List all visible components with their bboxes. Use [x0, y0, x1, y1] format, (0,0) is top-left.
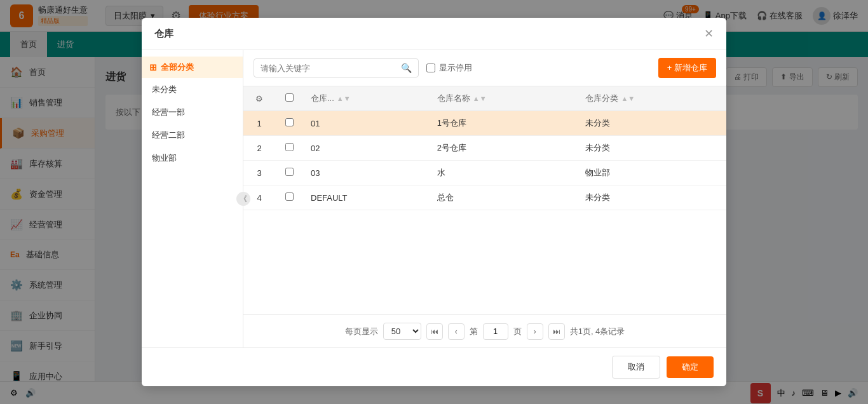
row-select-checkbox[interactable] [285, 118, 294, 126]
show-disabled-label: 显示停用 [439, 62, 472, 74]
row-index: 2 [243, 136, 275, 161]
modal-footer: 取消 确定 [142, 347, 726, 386]
modal-toolbar: 🔍 显示停用 + 新增仓库 [243, 50, 726, 86]
row-checkbox [275, 111, 303, 136]
row-name: 总仓 [430, 185, 578, 210]
row-checkbox [275, 161, 303, 185]
col-header-code: 仓库...▲▼ [303, 86, 430, 111]
row-index: 3 [243, 161, 275, 185]
table-header: ⚙ 仓库...▲▼ 仓库名称▲▼ 仓库分类▲▼ [243, 86, 726, 111]
modal-right-panel: 🔍 显示停用 + 新增仓库 ⚙ [243, 50, 726, 347]
row-code: 01 [303, 111, 430, 136]
modal-overlay: 仓库 ✕ ⊞ 全部分类 未分类 经营一部 经营二部 物业部 《 [0, 0, 868, 404]
add-warehouse-button[interactable]: + 新增仓库 [658, 58, 716, 78]
table-row[interactable]: 4 DEFAULT 总仓 未分类 [243, 185, 726, 210]
search-box: 🔍 [254, 58, 419, 77]
page-unit: 页 [513, 326, 522, 337]
search-icon: 🔍 [401, 63, 412, 73]
category-header-label: 全部分类 [161, 62, 194, 73]
table-row[interactable]: 3 03 水 物业部 [243, 161, 726, 185]
search-input[interactable] [261, 64, 397, 73]
row-select-checkbox[interactable] [285, 168, 294, 176]
modal-close-button[interactable]: ✕ [704, 27, 714, 41]
page-label: 第 [470, 326, 478, 337]
row-checkbox [275, 136, 303, 161]
page-size-select[interactable]: 50 20 100 [383, 323, 421, 340]
show-disabled-checkbox[interactable] [426, 64, 435, 72]
table-body: 1 01 1号仓库 未分类 2 02 2号仓库 [243, 111, 726, 210]
row-category: 物业部 [578, 161, 726, 185]
table-row[interactable]: 1 01 1号仓库 未分类 [243, 111, 726, 136]
cancel-button[interactable]: 取消 [612, 356, 660, 379]
total-info: 共1页, 4条记录 [570, 326, 625, 337]
category-item-unclassified[interactable]: 未分类 [142, 78, 243, 101]
row-select-checkbox[interactable] [285, 143, 294, 151]
modal-table: ⚙ 仓库...▲▼ 仓库名称▲▼ 仓库分类▲▼ 1 01 [243, 86, 726, 314]
category-header[interactable]: ⊞ 全部分类 [142, 57, 243, 78]
modal-header: 仓库 ✕ [142, 18, 726, 50]
category-item-property[interactable]: 物业部 [142, 147, 243, 170]
row-name: 1号仓库 [430, 111, 578, 136]
row-name: 2号仓库 [430, 136, 578, 161]
modal-title: 仓库 [154, 28, 173, 40]
category-collapse-btn[interactable]: 《 [236, 192, 250, 206]
table-row[interactable]: 2 02 2号仓库 未分类 [243, 136, 726, 161]
grid-icon: ⊞ [149, 62, 157, 72]
category-item-ops1[interactable]: 经营一部 [142, 101, 243, 124]
first-page-btn[interactable]: ⏮ [426, 323, 443, 340]
confirm-button[interactable]: 确定 [667, 356, 714, 378]
modal-body: ⊞ 全部分类 未分类 经营一部 经营二部 物业部 《 🔍 [142, 50, 726, 347]
col-header-checkbox [275, 86, 303, 111]
page-size-label: 每页显示 [345, 326, 378, 337]
modal-pagination: 每页显示 50 20 100 ⏮ ‹ 第 页 › ⏭ 共1页, 4条记录 [243, 314, 726, 347]
show-disabled-checkbox-row: 显示停用 [426, 62, 472, 74]
category-sidebar: ⊞ 全部分类 未分类 经营一部 经营二部 物业部 《 [142, 50, 243, 347]
col-header-name: 仓库名称▲▼ [430, 86, 578, 111]
category-item-ops2[interactable]: 经营二部 [142, 124, 243, 147]
page-number-input[interactable] [483, 323, 508, 340]
row-select-checkbox[interactable] [285, 192, 294, 201]
select-all-checkbox[interactable] [285, 93, 294, 102]
row-category: 未分类 [578, 136, 726, 161]
row-code: DEFAULT [303, 185, 430, 210]
row-category: 未分类 [578, 111, 726, 136]
prev-page-btn[interactable]: ‹ [448, 323, 465, 340]
row-code: 03 [303, 161, 430, 185]
row-code: 02 [303, 136, 430, 161]
col-header-settings: ⚙ [243, 86, 275, 111]
row-category: 未分类 [578, 185, 726, 210]
warehouse-modal: 仓库 ✕ ⊞ 全部分类 未分类 经营一部 经营二部 物业部 《 [142, 18, 726, 386]
row-checkbox [275, 185, 303, 210]
next-page-btn[interactable]: › [527, 323, 543, 340]
row-index: 1 [243, 111, 275, 136]
col-header-category: 仓库分类▲▼ [578, 86, 726, 111]
last-page-btn[interactable]: ⏭ [548, 323, 565, 340]
row-name: 水 [430, 161, 578, 185]
warehouse-table: ⚙ 仓库...▲▼ 仓库名称▲▼ 仓库分类▲▼ 1 01 [243, 86, 726, 210]
